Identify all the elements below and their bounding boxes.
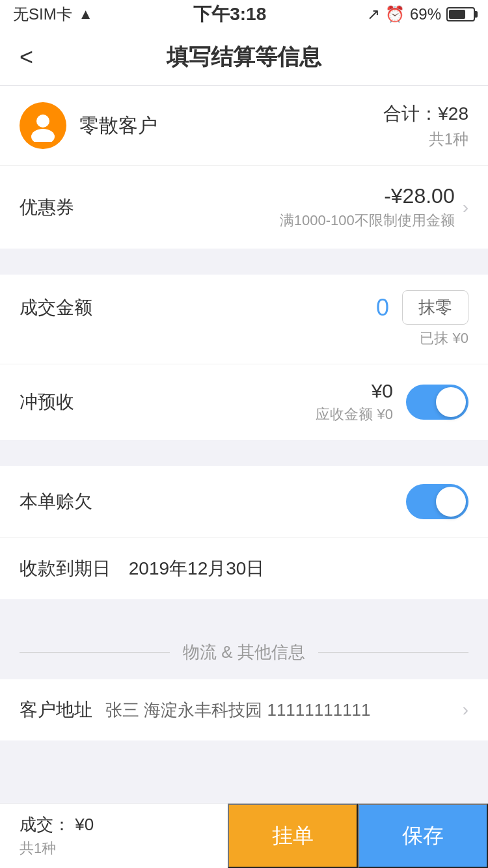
status-time: 下午3:18	[193, 2, 266, 27]
chevron-right-icon: ›	[463, 197, 468, 218]
logistics-text: 物流 & 其他信息	[183, 641, 305, 664]
svg-point-0	[36, 115, 49, 128]
total-amount: 合计：¥28	[383, 102, 468, 126]
status-right: ↗ ⏰ 69%	[367, 5, 475, 23]
transaction-row: 成交金额 0 抹零	[20, 290, 468, 325]
status-bar: 无SIM卡 ▲ 下午3:18 ↗ ⏰ 69%	[0, 0, 488, 29]
customer-section: 零散客户 合计：¥28 共1种 优惠券 -¥28.00 满1000-100不限制…	[0, 86, 488, 249]
location-icon: ↗	[367, 5, 380, 23]
credit-section: 本单赊欠 收款到期日 2019年12月30日	[0, 466, 488, 599]
wifi-icon: ▲	[79, 6, 93, 23]
customer-name: 零散客户	[79, 113, 157, 139]
transaction-section: 成交金额 0 抹零 已抹 ¥0 冲预收 ¥0 应收金额 ¥0	[0, 275, 488, 440]
prepay-toggle[interactable]	[406, 385, 468, 420]
address-label: 客户地址	[20, 698, 92, 722]
bottom-bar: 成交： ¥0 共1种 挂单 保存	[0, 803, 488, 868]
logistics-label: 物流 & 其他信息	[20, 641, 468, 664]
address-section: 客户地址 张三 海淀永丰科技园 11111111111 ›	[0, 679, 488, 740]
coupon-label: 优惠券	[20, 195, 74, 220]
bottom-info: 成交： ¥0 共1种	[0, 804, 228, 868]
divider-1	[0, 262, 488, 275]
logistics-section: 物流 & 其他信息	[0, 625, 488, 679]
prepay-amount-group: ¥0 应收金额 ¥0	[316, 380, 393, 424]
transaction-amount-row: 成交金额 0 抹零 已抹 ¥0	[0, 275, 488, 364]
prepay-sub: 应收金额 ¥0	[316, 405, 393, 424]
svg-point-1	[31, 129, 55, 142]
transaction-label: 成交金额	[20, 295, 92, 320]
transaction-sub: 已抹 ¥0	[20, 329, 468, 348]
prepay-row: 冲预收 ¥0 应收金额 ¥0	[0, 364, 488, 440]
prepay-amount: ¥0	[316, 380, 393, 402]
coupon-info: -¥28.00 满1000-100不限制使用金额	[280, 184, 455, 230]
coupon-right: -¥28.00 满1000-100不限制使用金额 ›	[280, 184, 468, 230]
due-date-value: 2019年12月30日	[129, 558, 265, 578]
back-button[interactable]: <	[20, 44, 33, 71]
address-row[interactable]: 客户地址 张三 海淀永丰科技园 11111111111 ›	[0, 679, 488, 740]
prepay-label: 冲预收	[20, 390, 74, 414]
round-button[interactable]: 抹零	[402, 290, 468, 325]
credit-row: 本单赊欠	[0, 466, 488, 537]
due-date-row: 收款到期日 2019年12月30日	[0, 537, 488, 599]
address-value: 张三 海淀永丰科技园 11111111111	[105, 699, 450, 722]
hold-button[interactable]: 挂单	[228, 804, 358, 868]
coupon-description: 满1000-100不限制使用金额	[280, 211, 455, 230]
credit-toggle-thumb	[436, 487, 466, 517]
due-date-label: 收款到期日	[20, 558, 111, 578]
nav-bar: < 填写结算等信息	[0, 29, 488, 86]
avatar	[20, 102, 66, 149]
battery-icon	[446, 7, 475, 21]
customer-row: 零散客户 合计：¥28 共1种	[0, 86, 488, 165]
customer-total: 合计：¥28 共1种	[383, 102, 468, 150]
prepay-right: ¥0 应收金额 ¥0	[316, 380, 468, 424]
address-chevron-icon: ›	[463, 699, 468, 720]
save-button[interactable]: 保存	[358, 804, 488, 868]
divider-2	[0, 453, 488, 466]
transaction-amount: 0	[376, 294, 389, 321]
alarm-icon: ⏰	[385, 5, 405, 23]
battery-fill	[449, 10, 465, 19]
credit-toggle[interactable]	[406, 484, 468, 519]
bottom-count: 共1种	[20, 839, 208, 858]
bottom-deal-amount: ¥0	[75, 815, 94, 834]
bottom-deal: 成交： ¥0	[20, 813, 208, 836]
bottom-deal-label: 成交：	[20, 815, 70, 834]
total-count: 共1种	[383, 129, 468, 150]
credit-label: 本单赊欠	[20, 489, 92, 514]
avatar-icon	[27, 109, 59, 142]
toggle-thumb	[436, 387, 466, 417]
coupon-row[interactable]: 优惠券 -¥28.00 满1000-100不限制使用金额 ›	[0, 165, 488, 249]
carrier-text: 无SIM卡	[13, 4, 72, 25]
customer-left: 零散客户	[20, 102, 157, 149]
transaction-right: 0 抹零	[376, 290, 468, 325]
status-left: 无SIM卡 ▲	[13, 4, 92, 25]
page-title: 填写结算等信息	[167, 42, 321, 72]
battery-percentage: 69%	[410, 5, 441, 23]
divider-3	[0, 612, 488, 625]
coupon-discount: -¥28.00	[280, 184, 455, 208]
